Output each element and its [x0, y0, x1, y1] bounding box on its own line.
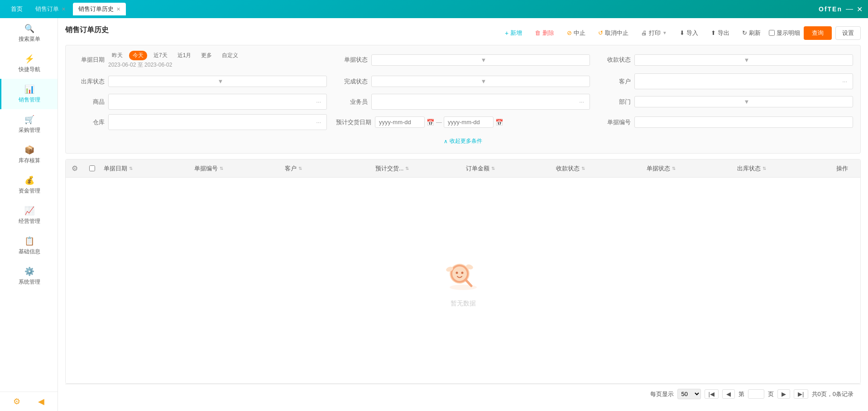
query-button[interactable]: 查询 [804, 26, 832, 40]
col-order-status-sort-icon[interactable]: ⇅ [672, 166, 676, 171]
col-warehouse-status-sort-icon[interactable]: ⇅ [762, 166, 766, 171]
receipt-status-select[interactable]: ▼ [634, 54, 853, 66]
date-tag-today[interactable]: 今天 [129, 51, 147, 60]
sidebar-item-operations-mgmt[interactable]: 📈 经营管理 [0, 200, 58, 231]
filter-item-salesman: 业务员 ··· [336, 94, 590, 110]
stop-icon: ⊘ [567, 29, 572, 36]
tab-sales-order-label: 销售订单 [35, 5, 59, 13]
warehouse-input[interactable] [112, 116, 314, 128]
next-page-button[interactable]: ▶ [777, 389, 790, 399]
tab-sales-order[interactable]: 销售订单 ✕ [30, 3, 71, 15]
col-actions-label: 操作 [836, 164, 848, 173]
salesman-dots-icon[interactable]: ··· [577, 98, 586, 105]
first-page-button[interactable]: |◀ [705, 389, 719, 399]
sidebar-item-basic-info[interactable]: 📋 基础信息 [0, 231, 58, 261]
new-button[interactable]: + 新增 [500, 27, 527, 39]
col-amount-label: 订单金额 [466, 164, 489, 173]
stop-button[interactable]: ⊘ 中止 [562, 27, 590, 39]
date-tag-7days[interactable]: 近7天 [150, 51, 171, 60]
sidebar-item-quick-nav[interactable]: ⚡ 快捷导航 [0, 48, 58, 79]
export-button[interactable]: ⬆ 导出 [706, 27, 734, 39]
sidebar-collapse-icon[interactable]: ◀ [38, 396, 44, 406]
sidebar-bottom: ⚙ ◀ [0, 392, 58, 411]
product-dots-icon[interactable]: ··· [314, 98, 323, 105]
page-number-input[interactable]: 1 [748, 389, 764, 399]
sidebar-item-search-menu[interactable]: 🔍 搜索菜单 [0, 18, 58, 48]
sidebar-settings-icon[interactable]: ⚙ [13, 396, 20, 406]
col-no-sort-icon[interactable]: ⇅ [220, 166, 223, 171]
complete-status-control: ▼ [371, 76, 590, 87]
sidebar-item-system-mgmt[interactable]: ⚙️ 系统管理 [0, 261, 58, 291]
table-settings-col: ⚙ [66, 164, 84, 173]
minimize-icon[interactable]: — [846, 5, 853, 13]
collapse-row[interactable]: ∧ 收起更多条件 [73, 135, 853, 148]
date-tag-yesterday[interactable]: 昨天 [108, 51, 126, 60]
prev-page-button[interactable]: ◀ [722, 389, 735, 399]
per-page-select[interactable]: 50 10 20 100 [677, 389, 701, 399]
col-amount-sort-icon[interactable]: ⇅ [491, 166, 495, 171]
filter-item-delivery-date: 预计交货日期 📅 — 📅 [336, 116, 590, 128]
page-label: 页 [768, 390, 774, 398]
order-status-control: ▼ [371, 54, 590, 66]
basic-info-icon: 📋 [24, 236, 34, 246]
date-tag-custom[interactable]: 自定义 [218, 51, 242, 60]
order-no-input[interactable] [634, 116, 853, 128]
filter-item-receipt-status: 收款状态 ▼ [599, 54, 853, 66]
title-toolbar-row: 销售订单历史 + 新增 🗑 删除 ⊘ 中止 ↺ 取消中止 [65, 25, 861, 40]
receipt-status-arrow-icon: ▼ [744, 57, 849, 63]
select-all-checkbox[interactable] [89, 165, 95, 171]
calendar-from-icon[interactable]: 📅 [427, 119, 434, 126]
print-button[interactable]: 🖨 打印 ▼ [637, 27, 671, 39]
salesman-input[interactable] [375, 96, 577, 107]
cancel-stop-button[interactable]: ↺ 取消中止 [594, 27, 633, 39]
table-col-receipt-status: 收款状态 ⇅ [552, 164, 643, 173]
tab-sales-order-history[interactable]: 销售订单历史 ✕ [73, 3, 126, 15]
table-col-actions: 操作 [824, 164, 860, 173]
order-no-label: 单据编号 [599, 118, 631, 126]
sidebar-item-capital-mgmt[interactable]: 💰 资金管理 [0, 170, 58, 200]
date-tag-more[interactable]: 更多 [197, 51, 216, 60]
filter-row-2: 出库状态 ▼ 完成状态 ▼ [73, 73, 853, 89]
customer-input[interactable] [638, 76, 840, 87]
table-settings-icon[interactable]: ⚙ [72, 164, 78, 173]
show-detail-checkbox[interactable] [769, 30, 775, 36]
delete-button[interactable]: 🗑 删除 [530, 27, 559, 39]
col-receipt-status-sort-icon[interactable]: ⇅ [581, 166, 585, 171]
warehouse-label: 仓库 [73, 118, 105, 126]
refresh-button[interactable]: ↻ 刷新 [738, 27, 765, 39]
order-status-select[interactable]: ▼ [371, 54, 590, 66]
col-warehouse-status-label: 出库状态 [737, 164, 761, 173]
sidebar-item-purchase-mgmt[interactable]: 🛒 采购管理 [0, 109, 58, 140]
delivery-date-from-input[interactable] [375, 116, 425, 128]
product-input[interactable] [112, 96, 314, 107]
calendar-to-icon[interactable]: 📅 [495, 119, 503, 126]
last-page-button[interactable]: ▶| [794, 389, 808, 399]
close-icon[interactable]: ✕ [857, 5, 863, 14]
tab-sales-order-history-close[interactable]: ✕ [116, 6, 120, 12]
complete-status-label: 完成状态 [336, 77, 368, 86]
col-delivery-sort-icon[interactable]: ⇅ [405, 166, 409, 171]
top-bar: 首页 销售订单 ✕ 销售订单历史 ✕ OfTEn — ✕ [0, 0, 868, 18]
setting-button[interactable]: 设置 [835, 26, 861, 40]
delivery-date-to-input[interactable] [444, 116, 494, 128]
customer-control: ··· [634, 73, 853, 89]
filter-item-customer: 客户 ··· [599, 73, 853, 89]
warehouse-dots-icon[interactable]: ··· [314, 119, 323, 126]
new-label: 新增 [510, 29, 522, 37]
tab-sales-order-close[interactable]: ✕ [62, 6, 66, 12]
sidebar-item-inventory-check[interactable]: 📦 库存核算 [0, 140, 58, 170]
table-col-amount: 订单金额 ⇅ [462, 164, 553, 173]
tab-home[interactable]: 首页 [5, 3, 28, 15]
customer-dots-icon[interactable]: ··· [840, 78, 849, 85]
complete-status-select[interactable]: ▼ [371, 76, 590, 87]
sidebar-item-sales-mgmt[interactable]: 📊 销售管理 [0, 79, 58, 109]
collapse-arrow-icon: ∧ [444, 138, 448, 145]
dept-select[interactable]: ▼ [634, 96, 853, 107]
import-button[interactable]: ⬇ 导入 [675, 27, 703, 39]
date-tag-1month[interactable]: 近1月 [174, 51, 195, 60]
warehouse-status-select[interactable]: ▼ [108, 76, 327, 87]
col-no-label: 单据编号 [194, 164, 218, 173]
filter-item-order-no: 单据编号 [599, 116, 853, 128]
col-date-sort-icon[interactable]: ⇅ [129, 166, 133, 171]
col-customer-sort-icon[interactable]: ⇅ [298, 166, 302, 171]
